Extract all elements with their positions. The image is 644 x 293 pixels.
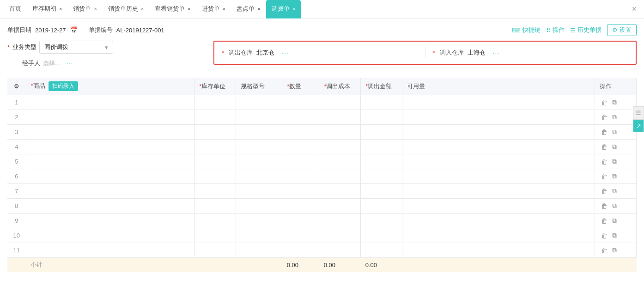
tab-purchase[interactable]: 进货单 × (196, 0, 231, 18)
table-row: 10 🗑 ⧉ (7, 228, 637, 243)
copy-icon[interactable]: ⧉ (612, 217, 617, 225)
th-unit: *库存单位 (194, 78, 236, 95)
table-row: 1 🗑 ⧉ (7, 95, 637, 110)
table-row: 4 🗑 ⧉ (7, 140, 637, 154)
table-row: 6 🗑 ⧉ (7, 169, 637, 184)
tab-sales-history[interactable]: 销货单历史 × (103, 0, 149, 18)
warehouse-in-more-icon[interactable]: ··· (489, 49, 504, 56)
tab-home[interactable]: 首页 (4, 0, 27, 18)
settings-button[interactable]: ⚙ 设置 (607, 24, 637, 36)
delete-icon[interactable]: 🗑 (601, 247, 608, 254)
delete-icon[interactable]: 🗑 (601, 158, 608, 165)
main-content: 单据日期 2019-12-27 📅 单据编号 AL-20191227-001 ⌨… (0, 18, 644, 277)
tab-close-stocktake[interactable]: × (257, 6, 260, 12)
delete-icon[interactable]: 🗑 (601, 114, 608, 121)
copy-icon[interactable]: ⧉ (612, 172, 617, 180)
person-more-icon[interactable]: ··· (63, 60, 77, 67)
copy-icon[interactable]: ⧉ (612, 113, 617, 121)
delete-icon[interactable]: 🗑 (601, 232, 608, 239)
tab-close-sales-history[interactable]: × (141, 6, 144, 12)
close-all-button[interactable]: × (628, 4, 640, 14)
tab-transfer[interactable]: 调拨单 × (266, 0, 301, 18)
copy-icon[interactable]: ⧉ (612, 187, 617, 195)
delete-icon[interactable]: 🗑 (601, 217, 608, 225)
panel-list-icon[interactable]: ☰ (633, 106, 644, 119)
tab-view-sales[interactable]: 查看销货单 × (149, 0, 196, 18)
th-amount: *调出金额 (361, 78, 402, 95)
history-icon: ☰ (570, 27, 576, 34)
delete-icon[interactable]: 🗑 (601, 143, 608, 151)
delete-icon[interactable]: 🗑 (601, 99, 608, 106)
person-field: 经手人 选择... ··· (22, 59, 206, 67)
th-cost: *调出成本 (319, 78, 361, 95)
table-row: 7 🗑 ⧉ (7, 184, 637, 199)
warehouse-box: * 调出仓库 北京仓 ··· * 调入仓库 上海仓 ··· (213, 41, 637, 65)
table-row: 3 🗑 ⧉ (7, 125, 637, 140)
warehouse-out-section: * 调出仓库 北京仓 ··· (222, 49, 418, 57)
panel-expand-icon[interactable]: ↗ (633, 119, 644, 132)
scan-enter-button[interactable]: 扫码录入 (49, 81, 78, 91)
date-field: 单据日期 2019-12-27 📅 (7, 26, 78, 34)
delete-icon[interactable]: 🗑 (601, 173, 608, 180)
th-no: ⚙ (7, 78, 26, 95)
tab-close-inventory-init[interactable]: × (59, 6, 62, 12)
transfer-table: ⚙ *商品 扫码录入 *库存单位 规格型号 *数量 *调出成本 (7, 78, 637, 272)
tab-sales-order[interactable]: 销货单 × (67, 0, 102, 18)
business-type-select[interactable]: 同价调拨 ▾ (39, 41, 113, 54)
warehouse-in-section: * 调入仓库 上海仓 ··· (433, 49, 629, 57)
tab-bar: 首页 库存期初 × 销货单 × 销货单历史 × 查看销货单 × 进货单 × 盘点… (0, 0, 644, 18)
th-spec: 规格型号 (236, 78, 282, 95)
tab-inventory-init[interactable]: 库存期初 × (27, 0, 67, 18)
tab-close-sales-order[interactable]: × (94, 6, 97, 12)
th-avail: 可用量 (402, 78, 595, 95)
tab-close-purchase[interactable]: × (223, 6, 225, 12)
th-ops: 操作 (595, 78, 637, 95)
gear-th-icon[interactable]: ⚙ (14, 83, 19, 90)
dropdown-arrow-icon: ▾ (105, 44, 108, 51)
calendar-icon[interactable]: 📅 (70, 26, 78, 34)
delete-icon[interactable]: 🗑 (601, 188, 608, 195)
table-row: 2 🗑 ⧉ (7, 110, 637, 125)
table-row: 8 🗑 ⧉ (7, 199, 637, 214)
business-type-field: * 业务类型 同价调拨 ▾ (7, 41, 206, 54)
right-panel: ☰ ↗ (633, 106, 644, 132)
delete-icon[interactable]: 🗑 (601, 128, 608, 136)
th-goods: *商品 扫码录入 (26, 78, 194, 95)
warehouse-divider (425, 47, 425, 58)
shortcut-button[interactable]: ⌨ 快捷键 (512, 26, 541, 34)
form-header: 单据日期 2019-12-27 📅 单据编号 AL-20191227-001 ⌨… (7, 24, 637, 36)
th-qty: *数量 (282, 78, 319, 95)
copy-icon[interactable]: ⧉ (612, 202, 617, 210)
shortcut-icon: ⌨ (512, 27, 521, 34)
copy-icon[interactable]: ⧉ (612, 98, 617, 106)
bill-no-field: 单据编号 AL-20191227-001 (89, 26, 164, 34)
left-form-panel: * 业务类型 同价调拨 ▾ 经手人 选择... ··· (7, 41, 206, 67)
table-row: 11 🗑 ⧉ (7, 243, 637, 258)
copy-icon[interactable]: ⧉ (612, 128, 617, 136)
warehouse-out-more-icon[interactable]: ··· (278, 49, 292, 56)
toolbar-right: ⌨ 快捷键 ⠿ 操作 ☰ 历史单据 ⚙ 设置 (512, 24, 637, 36)
person-select[interactable]: 选择... (43, 59, 60, 67)
data-table-wrapper: ⚙ *商品 扫码录入 *库存单位 规格型号 *数量 *调出成本 (7, 78, 637, 272)
settings-icon: ⚙ (612, 26, 618, 33)
tab-close-transfer[interactable]: × (292, 6, 295, 12)
subtotal-row: 小计 0.00 0.00 0.00 (7, 258, 637, 272)
delete-icon[interactable]: 🗑 (601, 202, 608, 210)
copy-icon[interactable]: ⧉ (612, 246, 617, 254)
operate-button[interactable]: ⠿ 操作 (546, 26, 565, 34)
tab-stocktake[interactable]: 盘点单 × (231, 0, 266, 18)
copy-icon[interactable]: ⧉ (612, 232, 617, 239)
copy-icon[interactable]: ⧉ (612, 143, 617, 151)
copy-icon[interactable]: ⧉ (612, 158, 617, 165)
tab-close-view-sales[interactable]: × (188, 6, 190, 12)
table-row: 5 🗑 ⧉ (7, 154, 637, 169)
table-row: 9 🗑 ⧉ (7, 214, 637, 228)
operate-icon: ⠿ (546, 27, 551, 34)
history-button[interactable]: ☰ 历史单据 (570, 26, 601, 34)
